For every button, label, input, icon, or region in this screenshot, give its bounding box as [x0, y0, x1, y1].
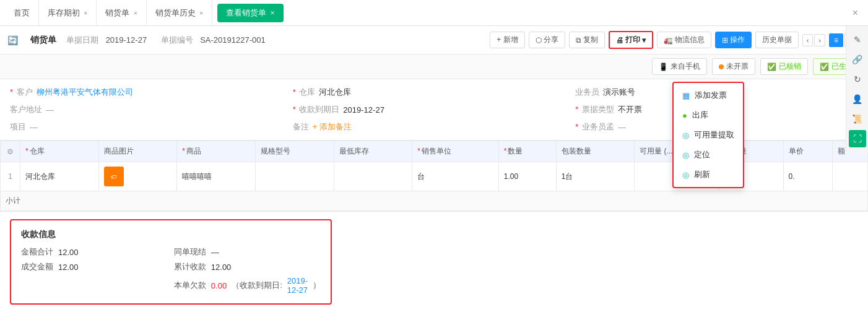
due-date-value: 2019-12-27 [343, 105, 384, 115]
dropdown-available-qty[interactable]: ◎ 可用量提取 [674, 125, 743, 145]
ticket-type-value: 不开票 [618, 104, 642, 115]
share-icon: ⬡ [536, 36, 542, 45]
outbound-icon: ● [682, 111, 687, 120]
row-pack-qty: 1台 [556, 162, 635, 191]
sidebar-edit-icon[interactable]: ✎ [849, 31, 866, 48]
dropdown-locate[interactable]: ◎ 定位 [674, 145, 743, 165]
operations-dropdown: ▦ 添加发票 ● 出库 ◎ 可用量提取 ◎ 定位 ◎ 刷新 [672, 82, 744, 188]
copy-icon: ⧉ [576, 36, 581, 45]
main-content: 🔄 销货单 单据日期 2019-12-27 单据编号 SA-20191227-0… [0, 26, 868, 330]
due-date-field: * 收款到期日 2019-12-27 [293, 104, 576, 115]
warehouse-field: * 仓库 河北仓库 [293, 87, 576, 98]
operations-icon: ⊞ [722, 36, 728, 45]
col-warehouse: *仓库 [20, 141, 99, 162]
summary-transaction-value: 12.00 [58, 263, 79, 272]
summary-grid: 金额合计 12.00 同单现结 — 成交金额 12.00 累计收款 12.00 … [21, 246, 321, 295]
doc-title: 销货单 [30, 35, 56, 46]
confirm-button[interactable]: ✅ 已核销 [760, 58, 808, 75]
history-docs-button[interactable]: 历史单据 [755, 32, 799, 48]
address-field: 客户地址 — [10, 104, 293, 115]
locate-icon: ◎ [682, 150, 689, 160]
document-toolbar: 🔄 销货单 单据日期 2019-12-27 单据编号 SA-20191227-0… [0, 26, 868, 54]
sidebar-link-icon[interactable]: 🔗 [849, 51, 866, 68]
next-button[interactable]: › [814, 34, 825, 46]
col-product-img: 商品图片 [98, 141, 177, 162]
row-min-stock [334, 162, 412, 191]
col-product: *商品 [177, 141, 256, 162]
new-button[interactable]: + 新增 [490, 32, 524, 48]
project-field: 项目 — [10, 121, 293, 132]
summary-total: 金额合计 12.00 [21, 246, 162, 258]
logistics-icon: 🚛 [664, 36, 673, 45]
print-dropdown-arrow: ▾ [642, 36, 646, 45]
toolbar-actions: + 新增 ⬡ 分享 ⧉ 复制 🖨 打印 ▾ 🚛 物流信息 ⊞ 操作 [490, 31, 861, 49]
row-unit-price: 0. [783, 162, 833, 191]
prev-button[interactable]: ‹ [802, 34, 814, 46]
summary-box: 收款信息 金额合计 12.00 同单现结 — 成交金额 12.00 累计收款 1… [10, 219, 332, 305]
tab-close-history[interactable]: × [199, 9, 203, 17]
col-pack-qty: 包装数量 [556, 141, 635, 162]
summary-transaction: 成交金额 12.00 [21, 261, 162, 272]
customer-value[interactable]: 柳州粤港平安气体有限公司 [37, 87, 133, 98]
project-value: — [30, 123, 38, 132]
available-qty-icon: ◎ [682, 131, 689, 140]
tab-sales-order[interactable]: 销货单 × [97, 0, 146, 26]
col-gear: ⚙ [1, 141, 20, 162]
summary-arrears-date: 2019-12-27 [287, 276, 308, 295]
col-spec: 规格型号 [255, 141, 334, 162]
summary-title: 收款信息 [21, 229, 321, 240]
summary-total-value: 12.00 [58, 248, 79, 257]
sidebar-refresh-icon[interactable]: ↻ [849, 71, 866, 88]
tab-close-sales[interactable]: × [133, 9, 137, 17]
copy-button[interactable]: ⧉ 复制 [569, 32, 605, 48]
print-button[interactable]: 🖨 打印 ▾ [609, 31, 653, 49]
sidebar-user-icon[interactable]: 👤 [849, 90, 866, 108]
tab-view-sales[interactable]: 查看销货单 × [217, 4, 284, 22]
customer-field: * 客户 柳州粤港平安气体有限公司 [10, 87, 293, 98]
not-open-button[interactable]: 未开票 [712, 58, 755, 75]
tab-sales-history[interactable]: 销货单历史 × [147, 0, 212, 26]
summary-cumulative: 累计收款 12.00 [174, 261, 321, 272]
row-qty: 1.00 [498, 162, 556, 191]
doc-meta: 单据日期 2019-12-27 单据编号 SA-20191227-001 [66, 35, 271, 46]
document-info: 🔄 销货单 单据日期 2019-12-27 单据编号 SA-20191227-0… [7, 35, 485, 46]
col-qty: *数量 [498, 141, 556, 162]
tab-close-inventory[interactable]: × [84, 9, 87, 17]
dropdown-add-invoice[interactable]: ▦ 添加发票 [674, 85, 743, 105]
row-num: 1 [1, 162, 20, 191]
sidebar-history-icon[interactable]: 📜 [849, 110, 866, 128]
from-phone-button[interactable]: 📱 来自手机 [652, 58, 707, 75]
tab-bar: 首页 库存期初 × 销货单 × 销货单历史 × 查看销货单 × × [0, 0, 868, 26]
col-min-stock: 最低库存 [334, 141, 412, 162]
salesperson2-value: — [618, 123, 626, 132]
warehouse-value: 河北仓库 [319, 87, 351, 98]
summary-cumulative-value: 12.00 [211, 263, 232, 272]
list-view-button[interactable]: ≡ [829, 33, 843, 47]
summary-arrears-value: 0.00 [211, 281, 227, 290]
tab-home[interactable]: 首页 [5, 0, 39, 26]
add-invoice-icon: ▦ [682, 91, 690, 100]
window-close-button[interactable]: × [848, 7, 863, 19]
summary-same-order-value: — [211, 248, 219, 257]
nav-arrows: ‹ › [802, 34, 825, 46]
dropdown-refresh[interactable]: ◎ 刷新 [674, 165, 743, 185]
add-note-button[interactable]: + 添加备注 [313, 121, 352, 132]
print-icon: 🖨 [616, 36, 623, 45]
refresh-icon: ◎ [682, 170, 689, 180]
tab-inventory-init[interactable]: 库存期初 × [39, 0, 97, 26]
summary-arrears: 本单欠款 0.00 （收款到期日: 2019-12-27 ） [174, 276, 321, 295]
row-amount [833, 162, 868, 191]
dropdown-outbound[interactable]: ● 出库 [674, 105, 743, 125]
check-icon: ✅ [767, 63, 776, 71]
right-sidebar: ✎ 🔗 ↻ 👤 📜 ⛶ [846, 26, 868, 152]
subtotal-row: 小计 [1, 191, 868, 211]
sidebar-expand-icon[interactable]: ⛶ [849, 130, 866, 147]
logistics-button[interactable]: 🚛 物流信息 [657, 32, 711, 48]
tab-close-view[interactable]: × [270, 8, 275, 17]
operations-button[interactable]: ⊞ 操作 [715, 32, 752, 48]
product-thumbnail: 🏷 [104, 167, 124, 186]
subtotal-label: 小计 [1, 191, 868, 211]
salesperson-value: 演示账号 [603, 87, 635, 98]
status-bar: 📱 来自手机 未开票 ✅ 已核销 ✅ 已生效 [0, 54, 868, 79]
share-button[interactable]: ⬡ 分享 [529, 32, 565, 48]
